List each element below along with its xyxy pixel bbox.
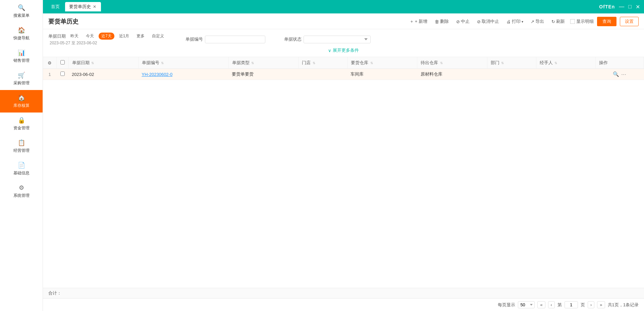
filter-area: 单据日期 昨天 今天 近7天 近1月 更多 自定义 2023-05-27 至 2… xyxy=(43,29,644,57)
print-button[interactable]: 🖨 打印 ▾ xyxy=(504,17,525,26)
action-buttons: 🔍 ⋯ xyxy=(599,71,640,77)
sort-icon-store: ⇅ xyxy=(313,61,315,65)
next-page-button[interactable]: › xyxy=(588,301,594,308)
expand-more-button[interactable]: ∨ 展开更多条件 xyxy=(48,46,639,55)
status-select[interactable]: 已审核 未审核 已作废 xyxy=(304,36,371,43)
sidebar-item-operations[interactable]: 📋 经营管理 xyxy=(0,135,43,158)
col-req-warehouse[interactable]: 要货仓库 ⇅ xyxy=(347,57,417,69)
date-range-display: 2023-05-27 至 2023-06-02 xyxy=(50,40,97,46)
new-button[interactable]: ＋ + 新增 xyxy=(408,17,429,26)
sidebar-item-basic[interactable]: 📄 基础信息 xyxy=(0,158,43,180)
content-area: 要货单历史 ＋ + 新增 🗑 删除 ⊘ 中止 ⊘ 取消中止 xyxy=(43,13,644,311)
date-btn-custom[interactable]: 自定义 xyxy=(149,33,167,40)
prev-page-button[interactable]: ‹ xyxy=(548,301,555,308)
select-all-checkbox[interactable] xyxy=(60,60,65,64)
col-store[interactable]: 门店 ⇅ xyxy=(299,57,347,69)
date-btn-7days[interactable]: 近7天 xyxy=(99,33,114,40)
chart-icon: 📊 xyxy=(18,49,25,56)
date-btn-yesterday[interactable]: 昨天 xyxy=(68,33,81,40)
sidebar-item-purchase[interactable]: 🛒 采购管理 xyxy=(0,68,43,90)
col-pending-warehouse[interactable]: 待出仓库 ⇅ xyxy=(417,57,487,69)
display-detail-toggle[interactable]: 显示明细 xyxy=(570,18,594,25)
page-label-pre: 第 xyxy=(557,302,562,308)
chevron-down-icon: ∨ xyxy=(328,48,331,53)
toolbar: ＋ + 新增 🗑 删除 ⊘ 中止 ⊘ 取消中止 🖨 打印 xyxy=(408,17,639,26)
date-btn-more[interactable]: 更多 xyxy=(134,33,147,40)
refresh-button[interactable]: ↻ 刷新 xyxy=(549,17,567,26)
home-icon: 🏠 xyxy=(18,27,25,34)
refresh-icon: ↻ xyxy=(551,19,555,24)
sort-icon-pendwh: ⇅ xyxy=(440,61,443,65)
print-icon: 🖨 xyxy=(506,19,511,24)
sidebar-item-quicknav[interactable]: 🏠 快捷导航 xyxy=(0,23,43,45)
sort-icon-handler: ⇅ xyxy=(554,61,557,65)
tab-history[interactable]: 要货单历史 ✕ xyxy=(65,2,101,11)
sidebar-item-finance[interactable]: 🔒 资金管理 xyxy=(0,113,43,135)
total-info: 共1页，1条记录 xyxy=(608,302,639,308)
sidebar-item-label: 采购管理 xyxy=(13,80,30,86)
row-num: 1 xyxy=(43,69,56,80)
sidebar-item-search[interactable]: 🔍 搜索菜单 xyxy=(0,0,43,23)
view-action-icon[interactable]: 🔍 xyxy=(613,71,619,77)
first-page-button[interactable]: « xyxy=(537,301,545,308)
col-checkbox[interactable] xyxy=(56,57,68,69)
col-date[interactable]: 单据日期 ⇅ xyxy=(68,57,138,69)
sidebar-item-inventory[interactable]: 🏠 库存核算 xyxy=(0,90,43,113)
col-settings[interactable]: ⚙ xyxy=(43,57,56,69)
col-doc-no[interactable]: 单据编号 ⇅ xyxy=(138,57,228,69)
main-area: 首页 要货单历史 ✕ OfTEn — □ ✕ 要货单历史 ＋ + 新增 🗑 xyxy=(43,0,644,311)
page-title: 要货单历史 xyxy=(48,17,78,26)
query-button[interactable]: 查询 xyxy=(597,17,616,26)
ops-icon: 📋 xyxy=(18,139,25,146)
cancel-stop-button[interactable]: ⊘ 取消中止 xyxy=(475,17,501,26)
minimize-icon[interactable]: — xyxy=(619,4,624,10)
per-page-select[interactable]: 10 20 50 100 xyxy=(518,301,535,308)
setting-button[interactable]: 设置 xyxy=(620,17,639,26)
date-filter-label: 单据日期 xyxy=(48,33,66,39)
sidebar-item-sales[interactable]: 📊 销售管理 xyxy=(0,45,43,68)
sidebar-item-label: 系统管理 xyxy=(13,193,30,198)
last-page-button[interactable]: » xyxy=(597,301,605,308)
tab-history-label: 要货单历史 xyxy=(69,4,91,10)
date-btn-today[interactable]: 今天 xyxy=(83,33,97,40)
col-handler[interactable]: 经手人 ⇅ xyxy=(536,57,595,69)
delete-button[interactable]: 🗑 删除 xyxy=(433,17,451,26)
sort-icon-docno: ⇅ xyxy=(161,61,164,65)
total-label: 合计： xyxy=(48,291,61,296)
new-icon: ＋ xyxy=(410,18,414,25)
maximize-icon[interactable]: □ xyxy=(628,4,632,10)
tab-home[interactable]: 首页 xyxy=(47,2,64,11)
doc-no-input[interactable] xyxy=(205,36,265,43)
row-doc-type: 要货单要货 xyxy=(228,69,298,80)
stop-button[interactable]: ⊘ 中止 xyxy=(454,17,472,26)
export-icon: ↗ xyxy=(531,19,534,24)
gear-icon: ⚙ xyxy=(19,184,24,191)
row-checkbox-cell[interactable] xyxy=(56,69,68,80)
row-actions-cell: 🔍 ⋯ xyxy=(595,69,644,80)
row-doc-no[interactable]: YH-20230602-0 xyxy=(138,69,228,80)
brand-text: OfTEn xyxy=(599,4,615,9)
per-page-label: 每页显示 xyxy=(498,302,515,308)
stop-icon: ⊘ xyxy=(456,19,460,24)
more-action-icon[interactable]: ⋯ xyxy=(621,71,626,77)
cart-icon: 🛒 xyxy=(18,72,25,79)
export-button[interactable]: ↗ 导出 xyxy=(529,17,546,26)
inventory-icon: 🏠 xyxy=(18,94,25,101)
sidebar-item-label: 经营管理 xyxy=(13,148,30,153)
doc-icon: 📄 xyxy=(18,162,25,169)
sidebar-item-label: 基础信息 xyxy=(13,170,30,176)
sidebar-item-system[interactable]: ⚙ 系统管理 xyxy=(0,180,43,203)
display-detail-checkbox[interactable] xyxy=(570,19,575,24)
tab-close-icon[interactable]: ✕ xyxy=(92,4,97,9)
col-doc-type[interactable]: 单据类型 ⇅ xyxy=(228,57,298,69)
close-window-icon[interactable]: ✕ xyxy=(636,4,640,10)
sort-icon-date: ⇅ xyxy=(91,61,94,65)
table-footer: 合计： xyxy=(43,288,644,298)
row-checkbox[interactable] xyxy=(60,72,65,76)
date-btn-1month[interactable]: 近1月 xyxy=(116,33,132,40)
pagination: 每页显示 10 20 50 100 « ‹ 第 页 › » 共1页，1条记录 xyxy=(43,298,644,311)
page-number-input[interactable] xyxy=(565,301,578,308)
col-dept[interactable]: 部门 ⇅ xyxy=(487,57,536,69)
sidebar-item-label: 资金管理 xyxy=(13,125,30,131)
table-container: ⚙ 单据日期 ⇅ 单据编号 ⇅ 单据类型 xyxy=(43,57,644,288)
